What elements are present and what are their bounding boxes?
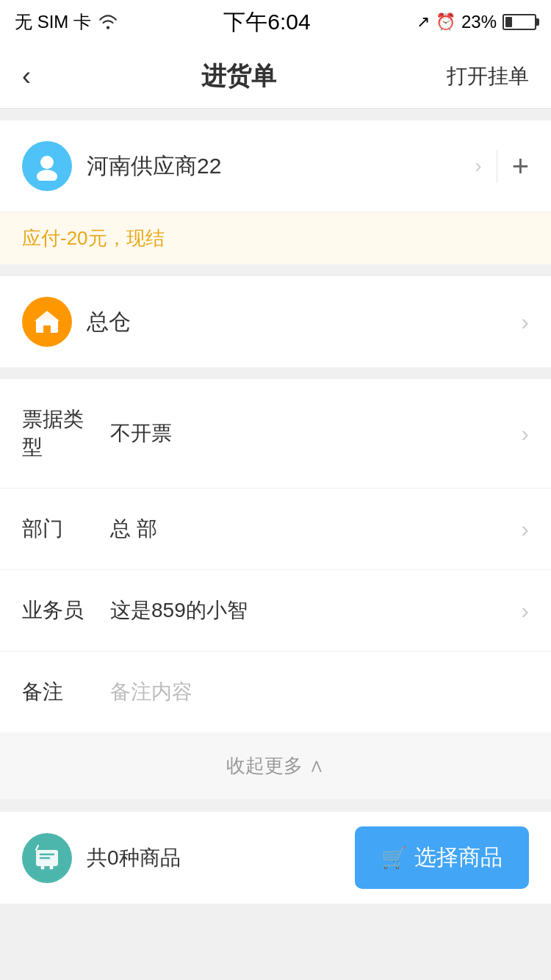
wifi-icon [98, 15, 118, 29]
status-carrier: 无 SIM 卡 [15, 10, 118, 34]
warehouse-chevron-icon: › [521, 309, 529, 336]
product-count-label: 共0种商品 [87, 844, 355, 872]
select-product-label: 选择商品 [414, 843, 503, 873]
alarm-icon: ⏰ [436, 12, 455, 32]
svg-point-1 [37, 170, 57, 181]
add-supplier-button[interactable]: + [497, 150, 529, 183]
supplier-chevron-icon: › [475, 154, 481, 178]
open-pending-button[interactable]: 打开挂单 [447, 62, 529, 90]
invoice-value: 不开票 [103, 419, 521, 447]
carrier-text: 无 SIM 卡 [15, 10, 91, 34]
remark-input[interactable]: 备注内容 [103, 678, 529, 706]
svg-rect-4 [43, 325, 51, 333]
warehouse-name: 总仓 [87, 307, 521, 337]
svg-marker-3 [35, 311, 60, 321]
dept-value: 总 部 [103, 515, 521, 543]
invoice-label: 票据类型 [22, 406, 103, 461]
warehouse-row[interactable]: 总仓 › [0, 276, 551, 367]
supplier-row[interactable]: 河南供应商22 › + [0, 120, 551, 212]
svg-point-0 [40, 156, 54, 169]
status-right: ↗ ⏰ 23% [417, 12, 536, 32]
battery-percentage: 23% [461, 12, 497, 32]
background-area [0, 904, 551, 980]
supplier-notice: 应付-20元，现结 [0, 212, 551, 264]
section-divider-3 [0, 367, 551, 379]
select-product-button[interactable]: 🛒 选择商品 [355, 826, 529, 889]
collapse-row[interactable]: 收起更多 ∧ [0, 732, 551, 799]
dept-chevron-icon: › [521, 516, 529, 543]
form-card: 票据类型 不开票 › 部门 总 部 › 业务员 这是859的小智 › 备注 备注… [0, 379, 551, 732]
warehouse-avatar [22, 297, 72, 347]
section-divider-1 [0, 109, 551, 120]
sales-row[interactable]: 业务员 这是859的小智 › [0, 569, 551, 651]
supplier-name: 河南供应商22 [87, 151, 475, 181]
status-time: 下午6:04 [223, 7, 310, 37]
location-icon: ↗ [417, 12, 430, 32]
supplier-avatar [22, 141, 72, 191]
svg-point-7 [50, 865, 54, 869]
sales-chevron-icon: › [521, 597, 529, 624]
battery-icon [503, 14, 536, 30]
collapse-label: 收起更多 ∧ [226, 753, 324, 779]
select-product-icon: 🛒 [381, 846, 407, 870]
warehouse-icon [33, 308, 61, 336]
dept-row[interactable]: 部门 总 部 › [0, 488, 551, 569]
status-bar: 无 SIM 卡 下午6:04 ↗ ⏰ 23% [0, 0, 551, 44]
nav-bar: ‹ 进货单 打开挂单 [0, 44, 551, 109]
warehouse-card: 总仓 › [0, 276, 551, 367]
section-divider-4 [0, 799, 551, 811]
section-divider-2 [0, 264, 551, 276]
dept-label: 部门 [22, 515, 103, 543]
sales-value: 这是859的小智 [103, 597, 521, 624]
page-title: 进货单 [201, 60, 276, 93]
product-cart-avatar [22, 833, 72, 883]
back-button[interactable]: ‹ [22, 61, 31, 92]
invoice-chevron-icon: › [521, 420, 529, 447]
svg-point-6 [41, 865, 45, 869]
cart-icon [33, 844, 61, 872]
sales-label: 业务员 [22, 597, 103, 624]
remark-row[interactable]: 备注 备注内容 [0, 651, 551, 732]
user-icon [32, 151, 62, 181]
remark-label: 备注 [22, 678, 103, 706]
invoice-row[interactable]: 票据类型 不开票 › [0, 379, 551, 488]
bottom-bar: 共0种商品 🛒 选择商品 [0, 811, 551, 904]
supplier-card: 河南供应商22 › + 应付-20元，现结 [0, 120, 551, 264]
